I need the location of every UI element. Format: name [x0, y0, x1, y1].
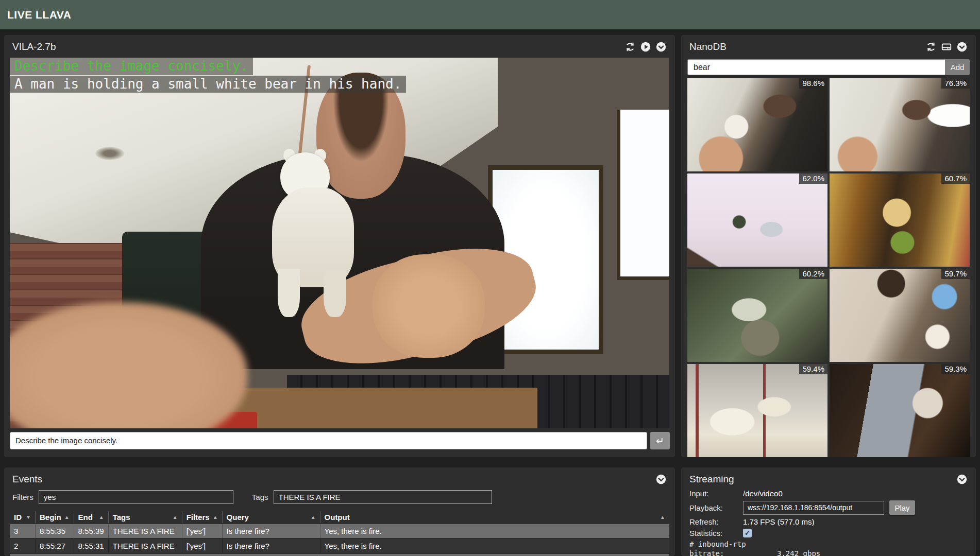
similarity-badge: 62.0%: [799, 173, 827, 184]
cell-begin: 8:55:27: [36, 539, 74, 553]
stats-bitrate-key: bitrate:: [689, 549, 777, 556]
nanodb-result-thumbnail[interactable]: 60.2%: [687, 269, 827, 362]
cell-begin: 8:55:35: [36, 524, 74, 538]
streaming-panel: Streaming Input: /dev/video0 Playback: P…: [681, 467, 976, 556]
vila-panel-title: VILA-2.7b: [12, 41, 56, 53]
nanodb-panel-header: NanoDB: [681, 35, 976, 55]
similarity-badge: 98.6%: [799, 78, 827, 89]
cell-end: 8:55:39: [74, 524, 109, 538]
similarity-badge: 59.4%: [799, 364, 827, 374]
overlay-prompt-text: Describe the image concisely.: [10, 58, 253, 75]
overlay-response-text: A man is holding a small white bear in h…: [10, 76, 406, 93]
events-table: ID▼ Begin▲ End▲ Tags▲ Filters▲ Query▲ Ou…: [10, 510, 669, 554]
column-header-filters[interactable]: Filters▲: [182, 511, 223, 523]
column-header-end[interactable]: End▲: [74, 511, 109, 523]
sort-asc-icon: ▲: [99, 514, 104, 520]
refresh-label: Refresh:: [689, 517, 743, 526]
sort-asc-icon: ▲: [64, 514, 70, 520]
nanodb-result-thumbnail[interactable]: 60.7%: [830, 173, 970, 267]
nanodb-results-grid: 98.6% 76.3% 62.0% 60.7% 60.2% 59.7% 59.4…: [687, 78, 970, 457]
statistics-label: Statistics:: [689, 529, 743, 537]
filters-input[interactable]: [39, 490, 233, 504]
submit-prompt-button[interactable]: ↵: [650, 432, 670, 449]
cell-filters: ['yes']: [182, 524, 223, 538]
events-panel-header: Events: [4, 467, 675, 485]
nanodb-result-thumbnail[interactable]: 76.3%: [830, 78, 970, 171]
nanodb-panel-title: NanoDB: [689, 41, 726, 53]
cell-output: Yes, there is fire.: [320, 539, 669, 553]
play-icon[interactable]: [640, 41, 651, 53]
refresh-icon[interactable]: [624, 41, 636, 53]
input-device-value: /dev/video0: [743, 489, 783, 498]
far-right-window-shape: [617, 110, 669, 280]
column-header-begin[interactable]: Begin▲: [36, 511, 74, 523]
streaming-panel-header: Streaming: [681, 467, 976, 486]
column-header-output[interactable]: Output▲: [320, 511, 669, 523]
vila-panel: VILA-2.7b: [4, 35, 675, 457]
similarity-badge: 59.3%: [941, 364, 970, 374]
column-header-id[interactable]: ID▼: [10, 511, 36, 523]
statistics-checkbox[interactable]: ✓: [743, 529, 752, 537]
nanodb-result-thumbnail[interactable]: 98.6%: [687, 78, 827, 171]
play-button[interactable]: Play: [889, 500, 915, 515]
table-row[interactable]: 2 8:55:27 8:55:31 THERE IS A FIRE ['yes'…: [10, 539, 669, 553]
tags-label: Tags: [252, 493, 268, 501]
cell-id: 2: [10, 539, 36, 553]
sort-desc-icon: ▼: [26, 514, 31, 520]
cell-tags: THERE IS A FIRE: [109, 539, 182, 553]
bear-leg-shape: [324, 269, 346, 317]
return-icon: ↵: [656, 436, 664, 446]
sort-asc-icon: ▲: [660, 514, 665, 520]
table-row[interactable]: 3 8:55:35 8:55:39 THERE IS A FIRE ['yes'…: [10, 524, 669, 538]
tags-input[interactable]: [274, 490, 492, 504]
events-panel: Events Filters Tags ID▼ Begin▲ End▲ Tags…: [4, 467, 675, 556]
check-icon: ✓: [745, 529, 750, 537]
vila-panel-header: VILA-2.7b: [4, 35, 675, 55]
app-header: LIVE LLAVA: [0, 0, 980, 29]
cell-filters: ['yes']: [182, 539, 223, 553]
cell-id: 3: [10, 524, 36, 538]
caption-overlay: Describe the image concisely. A man is h…: [10, 58, 406, 93]
similarity-badge: 60.2%: [799, 269, 827, 279]
events-table-header-row: ID▼ Begin▲ End▲ Tags▲ Filters▲ Query▲ Ou…: [10, 511, 669, 523]
video-feed: Describe the image concisely. A man is h…: [10, 58, 669, 428]
events-panel-title: Events: [12, 474, 42, 485]
similarity-badge: 59.7%: [941, 269, 970, 279]
ceiling-vent-shape: [95, 147, 124, 160]
chevron-down-icon[interactable]: [655, 41, 667, 53]
chevron-down-icon[interactable]: [956, 41, 968, 53]
chevron-down-icon[interactable]: [956, 474, 968, 485]
column-header-tags[interactable]: Tags▲: [109, 511, 182, 523]
chevron-down-icon[interactable]: [655, 474, 667, 485]
cell-tags: THERE IS A FIRE: [109, 524, 182, 538]
nanodb-result-thumbnail[interactable]: 59.7%: [830, 269, 970, 362]
table-row-clipped[interactable]: [10, 554, 669, 556]
app-title: LIVE LLAVA: [7, 9, 71, 21]
similarity-badge: 76.3%: [941, 78, 970, 89]
input-label: Input:: [689, 489, 743, 498]
nanodb-result-thumbnail[interactable]: 59.3%: [830, 364, 970, 457]
sort-asc-icon: ▲: [213, 514, 218, 520]
refresh-icon[interactable]: [925, 41, 937, 53]
nanodb-panel: NanoDB Add: [681, 35, 976, 457]
similarity-badge: 60.7%: [941, 173, 970, 184]
nanodb-result-thumbnail[interactable]: 62.0%: [687, 173, 827, 267]
nanodb-result-thumbnail[interactable]: 59.4%: [687, 364, 827, 457]
cell-end: 8:55:31: [74, 539, 109, 553]
cell-query: Is there fire?: [223, 524, 320, 538]
nanodb-search-input[interactable]: [687, 59, 945, 75]
prompt-input[interactable]: Describe the image concisely.: [10, 432, 647, 449]
filters-label: Filters: [12, 493, 33, 501]
column-header-query[interactable]: Query▲: [223, 511, 320, 523]
cell-output: Yes, there is fire.: [320, 524, 669, 538]
save-icon[interactable]: [941, 41, 952, 53]
bear-leg-shape: [278, 269, 300, 317]
refresh-rate-value: 1.73 FPS (577.0 ms): [743, 517, 814, 526]
sort-asc-icon: ▲: [311, 514, 316, 520]
playback-url-input[interactable]: [743, 501, 884, 515]
sort-asc-icon: ▲: [173, 514, 178, 520]
stats-bitrate-value: 3.242 gbps: [777, 549, 820, 556]
add-button[interactable]: Add: [945, 59, 970, 75]
streaming-panel-title: Streaming: [689, 474, 734, 485]
man-hand-shape: [373, 254, 485, 358]
